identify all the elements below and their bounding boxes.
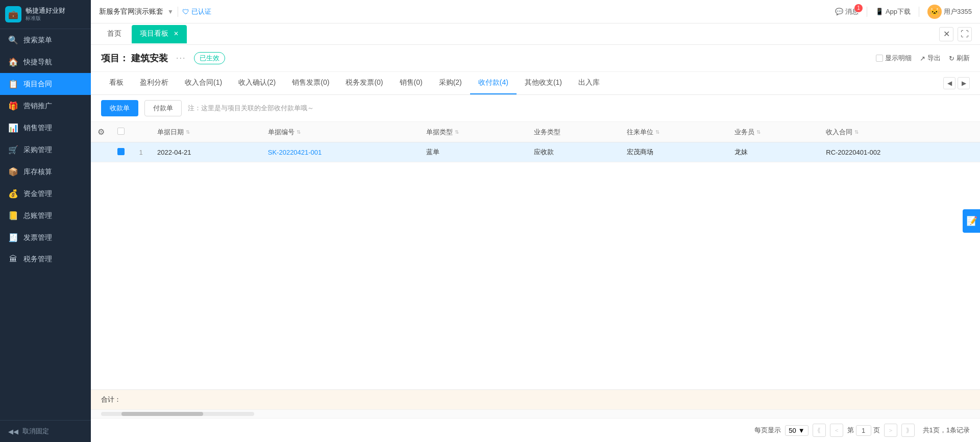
tab-close-icon[interactable]: ✕ [174, 30, 179, 37]
message-icon: 💬 [835, 8, 843, 15]
sidebar-item-ledger[interactable]: 📒 总账管理 [0, 205, 91, 227]
col-income-contract-header[interactable]: 收入合同 ⇅ [820, 122, 980, 142]
sidebar-logo: 💼 畅捷通好业财 标准版 [0, 0, 91, 29]
page-suffix: 页 [873, 426, 880, 435]
sidebar-item-search[interactable]: 🔍 搜索菜单 [0, 29, 91, 51]
sidebar-item-marketing[interactable]: 🎁 营销推广 [0, 95, 91, 117]
sidebar-item-tax[interactable]: 🏛 税务管理 [0, 249, 91, 270]
maximize-button[interactable]: ⛶ [958, 27, 972, 41]
col-biz-type-header: 业务类型 [528, 122, 621, 142]
col-date-label: 单据日期 [157, 128, 184, 137]
messages-button[interactable]: 💬 消息 1 [835, 7, 859, 16]
sidebar-item-project[interactable]: 📋 项目合同 [0, 73, 91, 95]
show-detail-action[interactable]: 显示明细 [876, 54, 912, 63]
tab-home[interactable]: 首页 [99, 25, 130, 43]
sidebar-item-label: 库存核算 [23, 167, 52, 177]
certified-badge: 🛡 已认证 [182, 7, 211, 16]
account-dropdown-icon[interactable]: ▼ [167, 8, 174, 15]
select-all-checkbox[interactable] [117, 128, 125, 135]
close-window-button[interactable]: ✕ [939, 27, 953, 41]
next-page-button[interactable]: ＞ [884, 424, 897, 437]
col-checkbox-header[interactable] [111, 122, 131, 142]
sub-tab-income-contract[interactable]: 收入合同(1) [177, 72, 230, 94]
sub-tab-kanban-label: 看板 [109, 78, 124, 86]
row-checkbox-cell[interactable] [111, 142, 131, 162]
col-salesperson-label: 业务员 [734, 128, 754, 137]
sidebar-item-inventory[interactable]: 📦 库存核算 [0, 161, 91, 183]
scroll-thumb[interactable] [121, 412, 203, 416]
sub-tab-nav: ◀ ▶ [943, 77, 970, 89]
feedback-button[interactable]: 📝 [963, 209, 980, 233]
show-detail-checkbox[interactable] [876, 55, 883, 62]
sub-tab-tax-invoice[interactable]: 税务发票(0) [337, 72, 391, 94]
content-area: 项目： 建筑安装 ··· 已生效 显示明细 ↗ 导出 ↻ 刷新 [91, 45, 980, 442]
payment-filter-button[interactable]: 付款单 [144, 100, 182, 116]
tab-kanban[interactable]: 项目看板 ✕ [132, 25, 187, 43]
sub-tab-next-button[interactable]: ▶ [958, 77, 970, 89]
sidebar-item-sales[interactable]: 📊 销售管理 [0, 117, 91, 139]
refresh-icon: ↻ [949, 55, 954, 62]
sub-tab-sales[interactable]: 销售(0) [391, 72, 431, 94]
tabbar-actions: ✕ ⛶ [939, 27, 972, 41]
sub-tab-sales-invoice[interactable]: 销售发票(0) [284, 72, 337, 94]
col-type-header[interactable]: 单据类型 ⇅ [420, 122, 528, 142]
sub-tab-prev-button[interactable]: ◀ [943, 77, 955, 89]
sidebar-item-label: 发票管理 [23, 233, 52, 242]
sub-tab-income-contract-label: 收入合同(1) [185, 78, 222, 86]
col-date-header[interactable]: 单据日期 ⇅ [151, 122, 262, 142]
row-income-contract-cell: RC-20220401-002 [820, 142, 980, 162]
user-button[interactable]: 🐱 用户3355 [927, 5, 972, 19]
col-partner-header[interactable]: 往来单位 ⇅ [621, 122, 728, 142]
col-code-label: 单据编号 [268, 128, 295, 137]
col-biz-type-label: 业务类型 [534, 128, 560, 136]
fund-icon: 💰 [8, 189, 18, 199]
sidebar-item-label: 销售管理 [23, 124, 52, 133]
col-salesperson-header[interactable]: 业务员 ⇅ [728, 122, 820, 142]
sub-tab-other-income[interactable]: 其他收支(1) [517, 72, 570, 94]
sidebar-item-invoice[interactable]: 🧾 发票管理 [0, 227, 91, 249]
last-page-button[interactable]: ⟫ [901, 424, 915, 437]
prev-page-button[interactable]: ＜ [830, 424, 843, 437]
sidebar-item-label: 项目合同 [23, 80, 52, 89]
page-number[interactable]: 1 [856, 425, 871, 436]
sub-tab-purchase[interactable]: 采购(2) [431, 72, 470, 94]
topbar: 新服务官网演示账套 ▼ 🛡 已认证 💬 消息 1 📱 App下载 🐱 用户3 [91, 0, 980, 23]
column-settings-icon[interactable]: ⚙ [97, 128, 105, 136]
row-code-cell[interactable]: SK-20220421-001 [262, 142, 420, 162]
col-code-header[interactable]: 单据编号 ⇅ [262, 122, 420, 142]
logo-subtitle: 标准版 [26, 15, 65, 22]
sidebar-item-fund[interactable]: 💰 资金管理 [0, 183, 91, 205]
sidebar-item-label: 搜索菜单 [23, 36, 52, 45]
sub-tab-profit[interactable]: 盈利分析 [132, 72, 177, 94]
sidebar-item-purchase[interactable]: 🛒 采购管理 [0, 139, 91, 161]
sub-tab-receipt[interactable]: 收付款(4) [470, 72, 517, 94]
filter-bar: 收款单 付款单 注：这里是与项目关联的全部收付款单哦～ [91, 95, 980, 122]
sub-tab-kanban[interactable]: 看板 [101, 72, 132, 94]
app-download-button[interactable]: 📱 App下载 [875, 7, 911, 16]
export-icon: ↗ [920, 55, 925, 62]
row-num-cell: 1 [131, 142, 151, 162]
col-income-contract-label: 收入合同 [826, 128, 852, 137]
more-options-icon[interactable]: ··· [176, 54, 186, 63]
col-settings-header[interactable]: ⚙ [91, 122, 111, 142]
ledger-icon: 📒 [8, 211, 18, 220]
refresh-button[interactable]: ↻ 刷新 [949, 54, 970, 63]
sidebar-unpin-button[interactable]: ◀◀ 取消固定 [0, 420, 91, 442]
sub-tab-income-confirm[interactable]: 收入确认(2) [230, 72, 284, 94]
phone-icon: 📱 [875, 8, 884, 15]
row-biz-type-cell: 应收款 [528, 142, 621, 162]
first-page-button[interactable]: ⟪ [813, 424, 826, 437]
sidebar-item-shortcut[interactable]: 🏠 快捷导航 [0, 51, 91, 73]
per-page-select[interactable]: 50 ▼ [785, 425, 808, 436]
row-code-link[interactable]: SK-20220421-001 [268, 149, 322, 156]
receipt-filter-button[interactable]: 收款单 [101, 100, 138, 116]
sub-tab-inout[interactable]: 出入库 [570, 72, 608, 94]
inventory-icon: 📦 [8, 167, 18, 177]
marketing-icon: 🎁 [8, 101, 18, 111]
sidebar-item-label: 采购管理 [23, 145, 52, 155]
sub-tab-other-income-label: 其他收支(1) [525, 78, 562, 86]
total-label: 合计： [101, 395, 121, 404]
logo-icon: 💼 [5, 6, 21, 22]
export-button[interactable]: ↗ 导出 [920, 54, 941, 63]
row-checkbox[interactable] [117, 148, 125, 155]
